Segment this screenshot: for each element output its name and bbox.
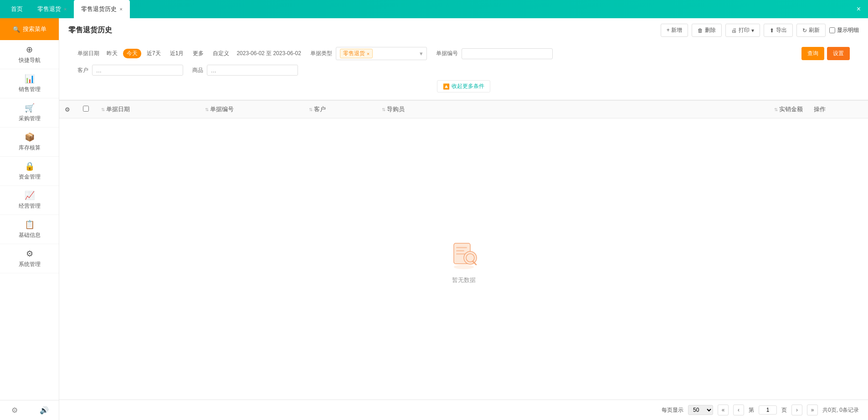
table-col-customer[interactable]: ⇅ 客户 — [303, 101, 376, 118]
inventory-icon: 📦 — [25, 132, 35, 142]
per-page-label: 每页显示 — [662, 406, 683, 414]
doc-type-tag-close[interactable]: × — [367, 51, 370, 56]
delete-icon: 🗑 — [698, 27, 703, 34]
settings-action-button[interactable]: 设置 — [827, 47, 850, 60]
query-button[interactable]: 查询 — [801, 47, 824, 60]
prev-page-button[interactable]: ‹ — [733, 405, 744, 415]
doc-no-input[interactable] — [462, 48, 553, 59]
date-options: 昨天 今天 近7天 近1月 更多 自定义 — [103, 49, 233, 58]
sidebar-settings-button[interactable]: ⚙ — [0, 400, 30, 420]
sidebar-item-sys-mgmt-label: 系统管理 — [19, 261, 41, 268]
window-close-button[interactable]: × — [853, 5, 864, 13]
tab-home-label: 首页 — [11, 5, 23, 13]
page-title-row: 零售退货历史 + 新增 🗑 删除 🖨 打印 ▾ ⬆ 导出 — [68, 24, 859, 37]
show-detail-checkbox-label[interactable]: 显示明细 — [829, 26, 859, 34]
total-info: 共0页, 0条记录 — [822, 406, 859, 414]
table-col-doc-date[interactable]: ⇅ 单据日期 — [96, 101, 200, 118]
first-page-button[interactable]: « — [718, 405, 729, 415]
tab-retail-return-history[interactable]: 零售退货历史 × — [74, 0, 129, 18]
svg-rect-3 — [456, 250, 464, 251]
collapse-button[interactable]: 🔼 收起更多条件 — [437, 80, 490, 92]
date-filter: 单据日期 昨天 今天 近7天 近1月 更多 自定义 2023-06-02 至 2… — [77, 49, 301, 58]
tab-retail-return[interactable]: 零售退货 × — [30, 0, 74, 18]
basic-info-icon: 📋 — [25, 220, 35, 230]
doc-no-filter: 单据编号 — [436, 48, 553, 59]
sidebar-item-quick-nav[interactable]: ⊕ 快捷导航 — [0, 40, 59, 69]
goods-select[interactable]: ... — [207, 65, 298, 76]
sidebar-volume-button[interactable]: 🔊 — [30, 400, 59, 420]
goods-label: 商品 — [192, 67, 203, 74]
page-number-input[interactable] — [759, 405, 777, 415]
tab-retail-return-close[interactable]: × — [64, 6, 67, 12]
date-range-value: 2023-06-02 至 2023-06-02 — [236, 50, 301, 57]
col-doc-no-label: 单据编号 — [210, 106, 234, 113]
sidebar-item-quick-nav-label: 快捷导航 — [19, 56, 41, 64]
refresh-button[interactable]: ↻ 刷新 — [796, 24, 826, 37]
sidebar-item-ops-mgmt[interactable]: 📈 经营管理 — [0, 186, 59, 215]
date-option-yesterday[interactable]: 昨天 — [103, 49, 121, 58]
sidebar-item-sys-mgmt[interactable]: ⚙ 系统管理 — [0, 244, 59, 273]
new-button[interactable]: + 新增 — [661, 24, 688, 37]
print-icon: 🖨 — [731, 27, 737, 34]
last-page-button[interactable]: » — [807, 405, 818, 415]
tab-home[interactable]: 首页 — [4, 0, 30, 18]
sidebar-nav: ⊕ 快捷导航 📊 销售管理 🛒 采购管理 📦 库存核算 🔒 资金管理 📈 — [0, 40, 59, 400]
empty-text: 暂无数据 — [452, 276, 476, 284]
sidebar-search[interactable]: 🔍 搜索菜单 — [0, 18, 59, 40]
toolbar: + 新增 🗑 删除 🖨 打印 ▾ ⬆ 导出 ↻ — [661, 24, 859, 37]
col-actions-label: 操作 — [814, 106, 826, 113]
sidebar-item-inventory-label: 库存核算 — [19, 144, 41, 152]
page-label: 第 — [749, 406, 754, 414]
sidebar-item-sales-mgmt-label: 销售管理 — [19, 86, 41, 93]
ops-mgmt-icon: 📈 — [25, 190, 35, 200]
select-all-checkbox[interactable] — [83, 106, 89, 112]
table-col-actual-amount[interactable]: ⇅ 实销金额 — [704, 101, 808, 118]
doc-type-label: 单据类型 — [310, 50, 332, 57]
customer-ellipsis: ... — [96, 67, 102, 74]
svg-point-5 — [464, 251, 477, 264]
customer-select[interactable]: ... — [92, 65, 183, 76]
table-col-doc-no[interactable]: ⇅ 单据编号 — [200, 101, 303, 118]
sidebar-item-inventory[interactable]: 📦 库存核算 — [0, 128, 59, 157]
show-detail-checkbox[interactable] — [829, 27, 835, 33]
date-option-1month[interactable]: 近1月 — [166, 49, 188, 58]
doc-type-filter: 单据类型 零售退货 × ▾ — [310, 47, 427, 60]
table-col-settings[interactable]: ⚙ — [59, 101, 77, 118]
table-col-guide[interactable]: ⇅ 导购员 — [376, 101, 465, 118]
export-label: 导出 — [776, 26, 787, 34]
print-dropdown-icon: ▾ — [751, 27, 754, 34]
page-header: 零售退货历史 + 新增 🗑 删除 🖨 打印 ▾ ⬆ 导出 — [59, 18, 868, 100]
action-buttons: 查询 设置 — [801, 47, 850, 60]
doc-type-dropdown-icon: ▾ — [420, 50, 423, 57]
next-page-button[interactable]: › — [791, 405, 802, 415]
per-page-select[interactable]: 20 50 100 — [688, 405, 713, 415]
data-table: ⚙ ⇅ 单据日期 ⇅ 单据编号 ⇅ — [59, 100, 868, 118]
customer-filter: 客户 ... — [77, 65, 183, 76]
date-filter-label: 单据日期 — [77, 50, 99, 57]
sidebar-item-purchase-mgmt[interactable]: 🛒 采购管理 — [0, 98, 59, 128]
table-area: ⚙ ⇅ 单据日期 ⇅ 单据编号 ⇅ — [59, 100, 868, 400]
date-option-today[interactable]: 今天 — [123, 49, 141, 58]
tab-retail-return-history-close[interactable]: × — [119, 6, 122, 12]
date-option-more[interactable]: 更多 — [189, 49, 207, 58]
content-area: 零售退货历史 + 新增 🗑 删除 🖨 打印 ▾ ⬆ 导出 — [59, 18, 868, 420]
col-actual-amount-label: 实销金额 — [779, 106, 803, 113]
page-title: 零售退货历史 — [68, 26, 112, 35]
goods-filter: 商品 ... — [192, 65, 298, 76]
top-bar: 首页 零售退货 × 零售退货历史 × × — [0, 0, 868, 18]
filter-area: 单据日期 昨天 今天 近7天 近1月 更多 自定义 2023-06-02 至 2… — [68, 41, 859, 100]
main-layout: 🔍 搜索菜单 ⊕ 快捷导航 📊 销售管理 🛒 采购管理 📦 库存核算 🔒 — [0, 18, 868, 420]
sort-icon-customer: ⇅ — [309, 107, 314, 112]
quick-nav-icon: ⊕ — [26, 45, 33, 55]
sidebar-item-basic-info[interactable]: 📋 基础信息 — [0, 215, 59, 244]
print-button[interactable]: 🖨 打印 ▾ — [725, 24, 760, 37]
export-button[interactable]: ⬆ 导出 — [764, 24, 793, 37]
date-option-custom[interactable]: 自定义 — [209, 49, 233, 58]
doc-type-select[interactable]: 零售退货 × ▾ — [336, 47, 427, 60]
date-option-7days[interactable]: 近7天 — [143, 49, 164, 58]
search-icon: 🔍 — [13, 26, 20, 33]
sidebar-item-sales-mgmt[interactable]: 📊 销售管理 — [0, 69, 59, 98]
sidebar-item-finance[interactable]: 🔒 资金管理 — [0, 157, 59, 186]
finance-icon: 🔒 — [25, 161, 35, 171]
delete-button[interactable]: 🗑 删除 — [692, 24, 722, 37]
